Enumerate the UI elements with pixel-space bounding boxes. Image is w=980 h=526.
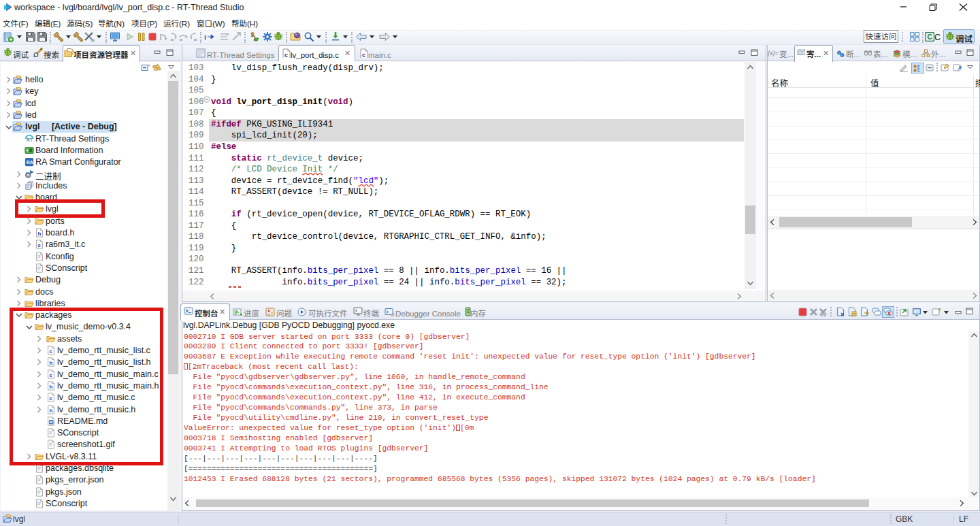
svg-text:i: i bbox=[204, 33, 206, 41]
svg-text:c: c bbox=[37, 243, 41, 249]
svg-text:C: C bbox=[928, 33, 932, 41]
svg-text:c: c bbox=[362, 52, 365, 58]
svg-text:RA: RA bbox=[27, 160, 33, 165]
svg-text:c: c bbox=[284, 52, 288, 58]
svg-text:h: h bbox=[37, 231, 41, 237]
svg-text:RT: RT bbox=[27, 137, 33, 142]
